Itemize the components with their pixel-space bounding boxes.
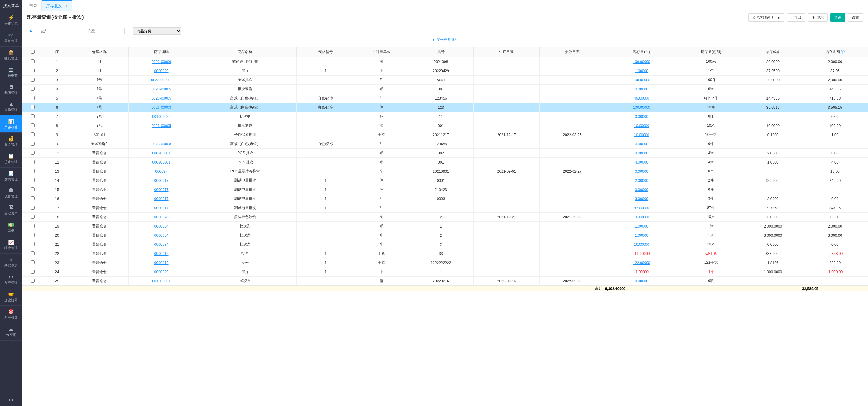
sidebar-item-ecommerce-small[interactable]: 💻 小额电商: [0, 64, 22, 81]
sidebar-item-guide[interactable]: 🎯 新手引导: [0, 306, 22, 323]
search-button[interactable]: 查询: [830, 13, 845, 22]
row-qty-main[interactable]: 4.00000: [605, 149, 678, 158]
footer-qty2: [678, 286, 744, 291]
row-qty2: 0瓶: [678, 276, 744, 286]
row-select-checkbox[interactable]: [31, 96, 35, 100]
row-qty-main[interactable]: 3.00000: [605, 194, 678, 203]
row-qty-main[interactable]: -1.00000: [605, 267, 678, 276]
row-select-checkbox[interactable]: [31, 270, 35, 273]
row-qty-main[interactable]: 0.00000: [605, 276, 678, 286]
row-warehouse: 普普仓仓: [70, 149, 129, 158]
row-qty-main[interactable]: 10.00000: [605, 130, 678, 139]
sidebar-item-ecommerce[interactable]: 🖥 电商管理: [0, 81, 22, 98]
sidebar-item-system[interactable]: ⚙ 系统管理: [0, 271, 22, 289]
settings-btn[interactable]: 设置: [848, 13, 863, 22]
row-qty-main[interactable]: 10.00000: [605, 240, 678, 249]
row-batch: 123456: [408, 94, 473, 103]
row-select-checkbox[interactable]: [31, 224, 35, 228]
row-qty-main[interactable]: 0.00000: [605, 139, 678, 149]
print-button[interactable]: 🖨 按模板打印 ▼: [748, 13, 784, 22]
row-select-checkbox[interactable]: [31, 142, 35, 145]
row-qty-main[interactable]: 122.00000: [605, 258, 678, 267]
table-row: 10 测试遴选2 0023-00008 富减（白色/奶棕） 白色/奶棕 件 12…: [22, 139, 868, 149]
tab-inventory-batch[interactable]: 库存批次 ✕: [42, 0, 72, 11]
row-qty-main[interactable]: 0.00000: [605, 112, 678, 121]
row-qty-main[interactable]: 49.60000: [605, 94, 678, 103]
sidebar-item-inventory[interactable]: 📊 库存核算: [0, 115, 22, 133]
row-qty-main[interactable]: 87.00000: [605, 203, 678, 212]
sidebar-logo[interactable]: 搜索菜单: [0, 0, 22, 12]
row-select-checkbox[interactable]: [31, 187, 35, 191]
row-checkbox: [22, 139, 44, 149]
row-select-checkbox[interactable]: [31, 78, 35, 81]
goods-input[interactable]: [85, 28, 125, 34]
expand-filter-btn[interactable]: ▶: [27, 28, 35, 34]
enterprise-icon: 🤝: [2, 292, 21, 297]
row-qty-main[interactable]: 10.00000: [605, 212, 678, 222]
sidebar-item-tax[interactable]: 🏛 税务管理: [0, 185, 22, 202]
sidebar-item-fixed-assets[interactable]: 🏗 固定资产: [0, 202, 22, 219]
row-select-checkbox[interactable]: [31, 279, 35, 283]
row-qty-main[interactable]: 4.00000: [605, 158, 678, 167]
row-select-checkbox[interactable]: [31, 242, 35, 246]
sidebar-item-enterprise[interactable]: 🤝 企业协同: [0, 289, 22, 306]
row-qty-main[interactable]: 2.00000: [605, 176, 678, 185]
row-select-checkbox[interactable]: [31, 251, 35, 255]
sidebar-item-finance[interactable]: 💰 资金管理: [0, 133, 22, 150]
row-cost: [744, 85, 802, 94]
sidebar-item-salary[interactable]: 💵 工资: [0, 219, 22, 236]
export-button[interactable]: ↑ 导出: [787, 13, 805, 22]
sidebar-item-invoice[interactable]: 🧾 发票管理: [0, 168, 22, 185]
tab-home[interactable]: 首页: [25, 0, 42, 11]
row-select-checkbox[interactable]: [31, 105, 35, 109]
row-warehouse: 2号: [70, 121, 129, 130]
row-qty-main[interactable]: 0.00000: [605, 185, 678, 194]
row-qty-main[interactable]: 100.00000: [605, 75, 678, 85]
row-qty-main[interactable]: 0.00000: [605, 85, 678, 94]
row-qty-main[interactable]: 100.00000: [605, 57, 678, 66]
sidebar-item-retail[interactable]: 🛒 零售管理: [0, 29, 22, 46]
row-select-checkbox[interactable]: [31, 160, 35, 164]
sidebar-item-wholesale[interactable]: 📦 批发管理: [0, 46, 22, 64]
category-select[interactable]: 商品分类: [133, 27, 181, 35]
row-checkbox: [22, 130, 44, 139]
row-cost: [744, 139, 802, 149]
row-select-checkbox[interactable]: [31, 261, 35, 264]
sidebar-item-purchase[interactable]: 🛍 采购管理: [0, 98, 22, 115]
row-select-checkbox[interactable]: [31, 233, 35, 237]
warehouse-input[interactable]: [37, 28, 77, 34]
sidebar-item-ledger[interactable]: 📋 总账管理: [0, 150, 22, 168]
quicknav-icon: ⚡: [2, 15, 21, 21]
row-qty-main[interactable]: 100.00000: [605, 103, 678, 112]
row-qty-main[interactable]: 1.00000: [605, 231, 678, 240]
row-select-checkbox[interactable]: [31, 114, 35, 118]
row-select-checkbox[interactable]: [31, 169, 35, 173]
row-qty-main[interactable]: 10.00000: [605, 121, 678, 130]
sidebar-item-management[interactable]: 📈 经营管理: [0, 236, 22, 254]
row-qty-main[interactable]: 0.00000: [605, 167, 678, 176]
row-select-checkbox[interactable]: [31, 59, 35, 63]
sidebar-item-quicknav[interactable]: ⚡ 快捷导航: [0, 12, 22, 29]
value-info-icon[interactable]: ⓘ: [841, 49, 844, 54]
row-warehouse: 普普仓仓: [70, 231, 129, 240]
row-select-checkbox[interactable]: [31, 215, 35, 219]
row-qty-main[interactable]: 1.00000: [605, 66, 678, 75]
sidebar-item-base-info[interactable]: ℹ 基础信息: [0, 254, 22, 271]
row-select-checkbox[interactable]: [31, 197, 35, 200]
row-select-checkbox[interactable]: [31, 87, 35, 91]
row-select-checkbox[interactable]: [31, 206, 35, 209]
show-button[interactable]: 👁 显示: [808, 13, 828, 22]
row-select-checkbox[interactable]: [31, 133, 35, 136]
row-select-checkbox[interactable]: [31, 123, 35, 127]
row-select-checkbox[interactable]: [31, 151, 35, 155]
row-batch: 002: [408, 149, 473, 158]
sidebar-item-cloud[interactable]: ☁ 云应用: [0, 323, 22, 340]
select-all-checkbox[interactable]: [31, 49, 35, 54]
tab-close-button[interactable]: ✕: [65, 4, 68, 8]
row-qty-main[interactable]: 1.00000: [605, 222, 678, 231]
row-select-checkbox[interactable]: [31, 178, 35, 182]
row-qty-main[interactable]: -16.00000: [605, 249, 678, 258]
settings-button[interactable]: ⚙: [0, 394, 22, 406]
expand-more-conditions[interactable]: ▼ 展开更多条件: [27, 36, 863, 43]
row-select-checkbox[interactable]: [31, 69, 35, 72]
